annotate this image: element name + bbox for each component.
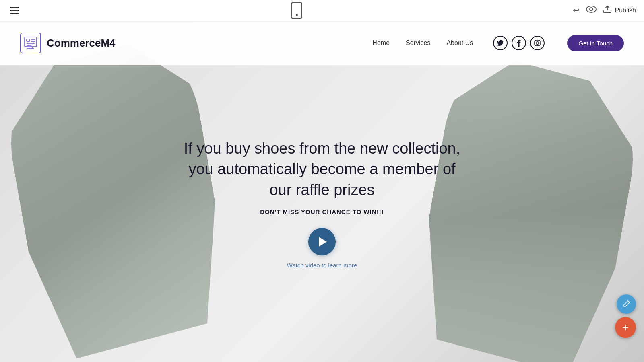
- mobile-preview-icon[interactable]: [291, 2, 302, 19]
- toolbar-right: ↩ Publish: [573, 5, 636, 15]
- nav-about[interactable]: About Us: [446, 39, 473, 47]
- fab-edit-button[interactable]: [617, 294, 636, 314]
- play-triangle-icon: [319, 237, 327, 247]
- play-button[interactable]: [308, 228, 336, 255]
- preview-eye-icon[interactable]: [586, 6, 597, 15]
- instagram-icon[interactable]: [530, 36, 545, 50]
- social-links: [493, 36, 545, 50]
- toolbar-left: [8, 5, 21, 16]
- svg-rect-3: [27, 39, 30, 41]
- svg-rect-11: [535, 40, 540, 46]
- svg-point-0: [586, 6, 596, 12]
- twitter-icon[interactable]: [493, 36, 508, 50]
- website-canvas: If you buy shoes from the new collection…: [0, 21, 644, 362]
- upload-icon: [603, 5, 612, 15]
- hero-title: If you buy shoes from the new collection…: [177, 138, 467, 200]
- site-name: CommerceM4: [47, 37, 116, 49]
- svg-point-12: [536, 42, 539, 45]
- toolbar: ↩ Publish: [0, 0, 644, 21]
- svg-point-13: [539, 41, 539, 42]
- video-play-container: Watch video to learn more: [177, 228, 467, 269]
- hero-content: If you buy shoes from the new collection…: [177, 138, 467, 269]
- publish-label: Publish: [615, 7, 636, 14]
- nav-services[interactable]: Services: [406, 39, 430, 47]
- toolbar-center: [291, 2, 302, 19]
- menu-icon[interactable]: [8, 5, 21, 16]
- publish-button[interactable]: Publish: [603, 5, 636, 15]
- hero-background: If you buy shoes from the new collection…: [0, 21, 644, 362]
- undo-icon[interactable]: ↩: [573, 6, 580, 15]
- nav-home[interactable]: Home: [372, 39, 390, 47]
- hero-section: If you buy shoes from the new collection…: [0, 21, 644, 362]
- hero-subtitle: DON'T MISS YOUR CHANCE TO WIN!!!: [177, 208, 467, 215]
- site-logo: CommerceM4: [20, 33, 116, 53]
- fab-add-button[interactable]: +: [615, 317, 636, 338]
- get-in-touch-button[interactable]: Get In Touch: [567, 35, 624, 51]
- facebook-icon[interactable]: [512, 36, 526, 50]
- svg-point-1: [590, 8, 593, 11]
- logo-icon: [20, 33, 41, 53]
- watch-video-label[interactable]: Watch video to learn more: [287, 262, 357, 269]
- site-header: CommerceM4 Home Services About Us: [0, 21, 644, 65]
- site-nav: Home Services About Us: [372, 35, 624, 51]
